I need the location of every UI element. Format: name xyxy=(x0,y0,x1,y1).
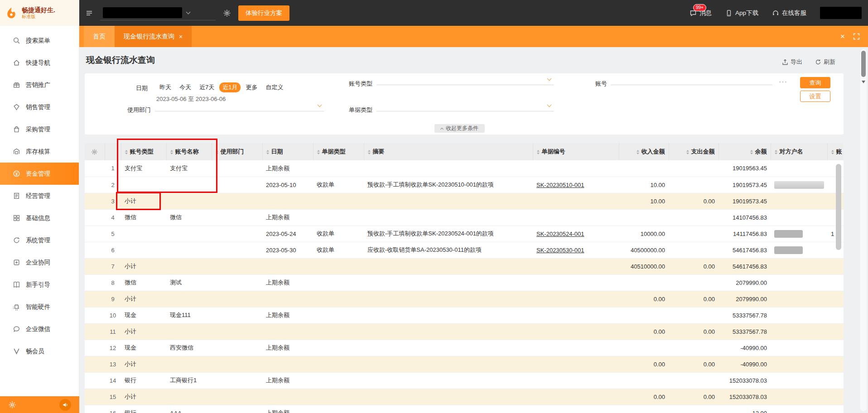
table-row[interactable]: 12现金西安微信上期余额-40990.00 xyxy=(85,340,844,356)
online-service-item[interactable]: 在线客服 xyxy=(772,9,806,17)
column-header-2[interactable]: 使用部门 xyxy=(212,143,262,160)
table-row[interactable]: 11小计0.000.0053337567.78 xyxy=(85,323,844,340)
sidebar-item-12[interactable]: 智能硬件 xyxy=(0,296,79,318)
sidebar-item-13[interactable]: 企业微信 xyxy=(0,318,79,340)
date-option-1[interactable]: 今天 xyxy=(176,82,194,92)
sidebar-item-7[interactable]: 经营管理 xyxy=(0,185,79,207)
company-selector[interactable] xyxy=(100,5,216,20)
settings-button[interactable]: 设置 xyxy=(800,91,830,102)
scroll-down-arrow-icon[interactable] xyxy=(862,81,865,83)
column-header-1[interactable]: 账号名称 xyxy=(166,143,212,160)
close-all-tabs-icon[interactable]: × xyxy=(840,32,845,41)
query-button[interactable]: 查询 xyxy=(800,77,830,88)
doc-no-link[interactable]: SK-20230510-001 xyxy=(536,182,584,188)
table-row[interactable]: 10现金现金111上期余额53337567.78 xyxy=(85,307,844,323)
column-header-3[interactable]: 日期 xyxy=(262,143,313,160)
department-select[interactable] xyxy=(155,100,324,111)
sidebar-item-11[interactable]: 新手引导 xyxy=(0,274,79,296)
sort-icon[interactable] xyxy=(775,150,777,154)
table-row[interactable]: 1支付宝支付宝上期余额19019563.45 xyxy=(85,160,844,177)
doc-no-link[interactable]: SK-20230530-001 xyxy=(536,247,584,254)
column-header-10[interactable]: 对方户名 xyxy=(771,143,827,160)
account-type-select[interactable] xyxy=(376,73,554,85)
table-row[interactable]: 9小计0.000.002079990.00 xyxy=(85,291,844,307)
table-row[interactable]: 22023-05-10收款单预收款-手工填制收款单SK-20230510-001… xyxy=(85,177,844,193)
sidebar-item-2[interactable]: 营销推广 xyxy=(0,74,79,96)
column-header-9[interactable]: 余额 xyxy=(719,143,771,160)
sidebar-item-3[interactable]: 销售管理 xyxy=(0,96,79,118)
date-option-3[interactable]: 近1月 xyxy=(219,82,241,92)
sort-icon[interactable] xyxy=(750,150,753,154)
page-scrollbar-thumb[interactable] xyxy=(861,51,866,77)
date-option-4[interactable]: 更多 xyxy=(242,82,260,92)
sidebar-item-6[interactable]: 资金管理 xyxy=(0,163,79,185)
cell-extra xyxy=(827,323,844,340)
sidebar-item-14[interactable]: 畅会员 xyxy=(0,340,79,362)
page-scrollbar[interactable] xyxy=(860,49,867,411)
column-header-6[interactable]: 单据编号 xyxy=(533,143,619,160)
sidebar-item-1[interactable]: 快捷导航 xyxy=(0,52,79,74)
sort-icon[interactable] xyxy=(368,150,371,154)
table-row[interactable]: 4微信微信上期余额14107456.83 xyxy=(85,209,844,226)
settings-gear-icon[interactable] xyxy=(8,401,16,409)
announcement-speaker-icon[interactable] xyxy=(59,399,71,411)
sort-icon[interactable] xyxy=(317,150,320,154)
date-option-5[interactable]: 自定义 xyxy=(262,82,286,92)
doc-type-select[interactable] xyxy=(376,100,554,111)
topbar-gear-icon[interactable] xyxy=(223,9,231,17)
doc-no-link[interactable]: SK-20230524-001 xyxy=(536,231,584,237)
cell-row-number: 1 xyxy=(105,160,121,177)
table-row[interactable]: 16银行AAA上期余额12.00 xyxy=(85,405,844,413)
sidebar-item-5[interactable]: 库存核算 xyxy=(0,140,79,163)
sort-icon[interactable] xyxy=(537,150,540,154)
table-row[interactable]: 13小计0.000.00-40990.00 xyxy=(85,356,844,372)
table-row[interactable]: 3小计10.000.0019019573.45 xyxy=(85,193,844,209)
experience-plan-button[interactable]: 体验行业方案 xyxy=(238,5,289,21)
sort-icon[interactable] xyxy=(170,150,173,154)
sidebar-item-0[interactable]: 搜索菜单 xyxy=(0,29,79,52)
column-header-0[interactable]: 账号类型 xyxy=(121,143,166,160)
column-header-8[interactable]: 支出金额 xyxy=(669,143,719,160)
cell-account-name xyxy=(166,389,212,405)
column-settings-gear-icon[interactable] xyxy=(85,143,105,160)
date-option-2[interactable]: 近7天 xyxy=(196,82,217,92)
sidebar-item-4[interactable]: 采购管理 xyxy=(0,118,79,140)
account-input[interactable] xyxy=(611,73,772,85)
export-button[interactable]: 导出 xyxy=(782,58,802,66)
sort-icon[interactable] xyxy=(125,150,128,154)
tab-close-icon[interactable]: × xyxy=(179,33,183,40)
column-header-label: 账号名称 xyxy=(175,148,199,155)
more-options-icon[interactable]: ··· xyxy=(779,78,787,86)
messages-item[interactable]: 99+ 消息 xyxy=(690,9,712,17)
table-row[interactable]: 15小计0.000.00152033078.03 xyxy=(85,389,844,405)
collapse-conditions-button[interactable]: 收起更多条件 xyxy=(434,124,485,133)
menu-list-icon[interactable] xyxy=(86,10,93,17)
refresh-button[interactable]: 刷新 xyxy=(815,58,835,66)
table-row[interactable]: 7小计40510000.000.0054617456.83 xyxy=(85,258,844,274)
sort-icon[interactable] xyxy=(686,150,689,154)
column-header-5[interactable]: 摘要 xyxy=(364,143,533,160)
column-header-11[interactable]: 账 xyxy=(827,143,844,160)
cell-date xyxy=(262,193,313,209)
date-option-0[interactable]: 昨天 xyxy=(156,82,174,92)
sort-icon[interactable] xyxy=(216,150,218,154)
sidebar-item-10[interactable]: 企业协同 xyxy=(0,251,79,274)
column-header-4[interactable]: 单据类型 xyxy=(313,143,364,160)
tab-home-label: 首页 xyxy=(93,33,106,41)
table-row[interactable]: 14银行工商银行1上期余额152033078.03 xyxy=(85,372,844,389)
sidebar-item-9[interactable]: 系统管理 xyxy=(0,229,79,251)
sort-icon[interactable] xyxy=(637,150,639,154)
fullscreen-icon[interactable] xyxy=(853,33,860,40)
tab-home[interactable]: 首页 xyxy=(84,26,115,47)
cell-gear xyxy=(85,323,105,340)
app-download-item[interactable]: App下载 xyxy=(725,9,758,17)
sidebar-item-8[interactable]: 基础信息 xyxy=(0,207,79,229)
column-header-7[interactable]: 收入金额 xyxy=(619,143,669,160)
sort-icon[interactable] xyxy=(266,150,269,154)
table-row[interactable]: 62023-05-30收款单应收款-收取销货单SA-20230530-011的款… xyxy=(85,242,844,258)
table-row[interactable]: 52023-05-24收款单预收款-手工填制收款单SK-20230524-001… xyxy=(85,226,844,242)
table-scrollbar-thumb[interactable] xyxy=(836,164,841,250)
sort-icon[interactable] xyxy=(831,150,834,154)
table-row[interactable]: 8微信测试上期余额2079990.00 xyxy=(85,274,844,291)
tab-cash-bank-flow-query[interactable]: 现金银行流水查询 × xyxy=(115,26,192,47)
